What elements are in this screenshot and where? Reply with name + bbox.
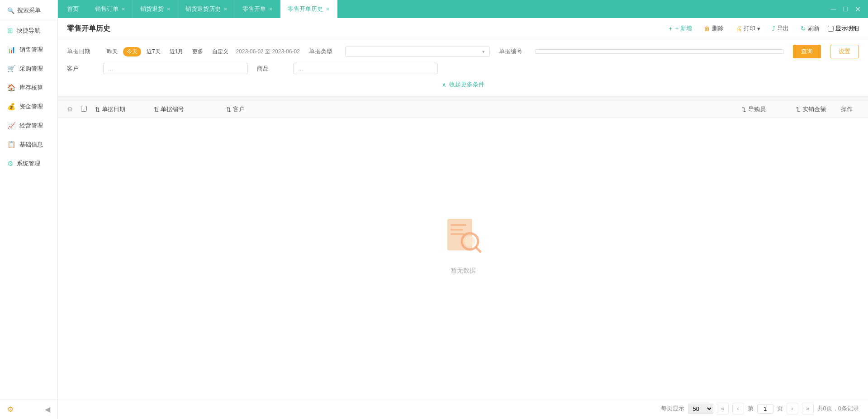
tab-retail-open-close[interactable]: ✕: [269, 6, 273, 12]
sidebar-item-label: 快捷导航: [17, 27, 40, 35]
query-button[interactable]: 查询: [793, 45, 821, 58]
print-dropdown-icon[interactable]: ▾: [757, 25, 760, 32]
doc-type-chevron-icon: ▾: [482, 49, 485, 55]
sidebar-item-label: 采购管理: [19, 65, 43, 73]
tab-sales-return-history-close[interactable]: ✕: [223, 6, 228, 12]
tab-sales-order[interactable]: 销售订单 ✕: [88, 0, 133, 18]
empty-illustration: [441, 214, 486, 259]
table-header: ⚙ ⇅ 单据日期 ⇅ 单据编号 ⇅ 客户 ⇅ 导购员 ⇅ 实销金额: [58, 101, 868, 118]
col-guide-label: 导购员: [748, 105, 766, 113]
table-settings-icon[interactable]: ⚙: [62, 105, 77, 113]
window-controls: ─ □ ✕: [828, 5, 868, 14]
doc-type-label: 单据类型: [309, 47, 336, 56]
col-customer[interactable]: ⇅ 客户: [222, 105, 737, 113]
window-close-icon[interactable]: ✕: [852, 5, 863, 14]
sidebar-item-finance[interactable]: 💰 资金管理: [0, 97, 57, 116]
goods-input[interactable]: ...: [293, 63, 438, 74]
col-date-sort-icon: ⇅: [95, 106, 100, 113]
tab-home-label: 首页: [67, 5, 79, 13]
sidebar-item-basic-info[interactable]: 📋 基础信息: [0, 135, 57, 154]
tab-sales-order-close[interactable]: ✕: [121, 6, 125, 12]
finance-icon: 💰: [7, 103, 16, 111]
date-filter-buttons: 昨天 今天 近7天 近1月 更多 自定义 2023-06-02 至 2023-0…: [103, 47, 300, 56]
sidebar-item-label: 销售管理: [19, 46, 43, 54]
add-icon: ＋: [668, 24, 674, 33]
basic-info-icon: 📋: [7, 141, 16, 149]
page-first-button[interactable]: «: [717, 403, 729, 414]
sidebar-search-label: 搜索采单: [17, 6, 41, 14]
doc-type-select[interactable]: ▾: [345, 47, 490, 57]
select-all-checkbox[interactable]: [81, 106, 87, 112]
sidebar-item-sales-mgmt[interactable]: 📊 销售管理: [0, 40, 57, 59]
operations-icon: 📈: [7, 122, 16, 130]
date-btn-7days[interactable]: 近7天: [143, 47, 164, 56]
delete-label: 删除: [712, 24, 724, 33]
col-amount[interactable]: ⇅ 实销金额: [791, 105, 836, 113]
col-guide-sort-icon: ⇅: [741, 106, 746, 113]
date-btn-today[interactable]: 今天: [123, 47, 141, 56]
doc-no-input[interactable]: [535, 49, 784, 54]
page-di-word: 第: [748, 405, 754, 413]
collapse-label: 收起更多条件: [449, 80, 484, 89]
tab-retail-open[interactable]: 零售开单 ✕: [235, 0, 280, 18]
tab-sales-return-close[interactable]: ✕: [166, 6, 171, 12]
system-mgmt-icon: ⚙: [7, 160, 13, 168]
date-btn-custom[interactable]: 自定义: [209, 47, 232, 56]
page-next-button[interactable]: ›: [787, 403, 798, 414]
collapse-icon: ∧: [442, 81, 446, 88]
sidebar-search[interactable]: 🔍 搜索采单: [0, 0, 57, 21]
empty-text: 暂无数据: [451, 267, 476, 275]
sidebar-item-purchase-mgmt[interactable]: 🛒 采购管理: [0, 59, 57, 78]
table-select-all-checkbox[interactable]: [77, 106, 90, 113]
main-content: 首页 销售订单 ✕ 销货退货 ✕ 销货退货历史 ✕ 零售开单 ✕ 零售开单历史 …: [58, 0, 868, 419]
delete-button[interactable]: 🗑 删除: [700, 23, 727, 34]
col-guide[interactable]: ⇅ 导购员: [737, 105, 791, 113]
add-button[interactable]: ＋ + 新增: [664, 23, 696, 34]
window-min-icon[interactable]: ─: [828, 5, 839, 13]
col-docno[interactable]: ⇅ 单据编号: [149, 105, 222, 113]
settings-button[interactable]: 设置: [830, 45, 859, 58]
date-label: 单据日期: [67, 47, 94, 56]
export-button[interactable]: ⤴ 导出: [768, 23, 792, 34]
page-prev-button[interactable]: ‹: [732, 403, 744, 414]
collapse-sidebar-icon[interactable]: ◀: [45, 405, 50, 414]
svg-rect-2: [451, 229, 463, 231]
col-action-label: 操作: [841, 105, 853, 113]
per-page-select[interactable]: 50 10 20 100: [688, 404, 713, 414]
date-range-display: 2023-06-02 至 2023-06-02: [236, 48, 299, 56]
col-docno-sort-icon: ⇅: [154, 106, 159, 113]
col-date[interactable]: ⇅ 单据日期: [90, 105, 149, 113]
page-number-input[interactable]: [757, 404, 773, 414]
customer-input[interactable]: ...: [103, 63, 248, 74]
refresh-label: 刷新: [808, 24, 820, 33]
sidebar-item-operations[interactable]: 📈 经营管理: [0, 116, 57, 135]
filter-row-2: 客户 ... 商品 ...: [67, 63, 859, 74]
tab-home[interactable]: 首页: [58, 0, 88, 18]
date-btn-yesterday[interactable]: 昨天: [103, 47, 121, 56]
page-last-button[interactable]: »: [802, 403, 814, 414]
tab-sales-return-history[interactable]: 销货退货历史 ✕: [178, 0, 235, 18]
svg-point-5: [465, 236, 475, 247]
sidebar-item-system-mgmt[interactable]: ⚙ 系统管理: [0, 154, 57, 173]
pagination: 每页显示 50 10 20 100 « ‹ 第 页 › » 共0页，0条记录: [58, 398, 868, 419]
settings-icon[interactable]: ⚙: [7, 405, 14, 414]
sidebar-item-inventory[interactable]: 🏠 库存核算: [0, 78, 57, 97]
svg-rect-1: [451, 224, 466, 226]
search-icon: 🔍: [7, 7, 14, 14]
tab-sales-return[interactable]: 销货退货 ✕: [133, 0, 178, 18]
page-title: 零售开单历史: [67, 24, 110, 33]
export-label: 导出: [777, 24, 789, 33]
display-detail-toggle[interactable]: 显示明细: [828, 24, 859, 33]
tab-retail-open-history-close[interactable]: ✕: [326, 6, 330, 12]
print-icon: 🖨: [735, 25, 742, 32]
window-max-icon[interactable]: □: [840, 5, 850, 13]
refresh-button[interactable]: ↻ 刷新: [797, 23, 823, 34]
print-button[interactable]: 🖨 打印 ▾: [732, 23, 764, 34]
date-btn-more[interactable]: 更多: [189, 47, 207, 56]
date-btn-1month[interactable]: 近1月: [166, 47, 187, 56]
tab-retail-open-history[interactable]: 零售开单历史 ✕: [280, 0, 337, 18]
add-label: + 新增: [675, 24, 692, 33]
sidebar-item-quick-nav[interactable]: ⊞ 快捷导航: [0, 21, 57, 40]
display-detail-checkbox[interactable]: [828, 26, 834, 32]
collapse-filter-button[interactable]: ∧ 收起更多条件: [67, 79, 859, 90]
